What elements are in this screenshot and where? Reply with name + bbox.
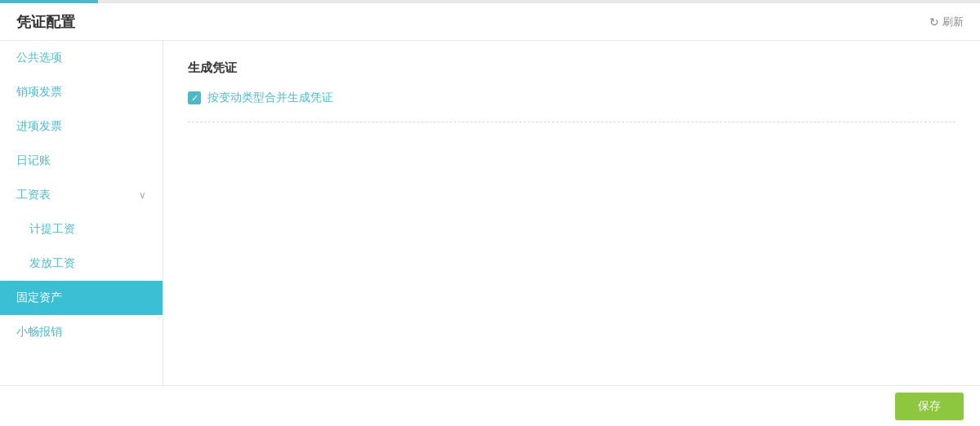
checkbox-row: 按变动类型合并生成凭证 (188, 91, 956, 105)
sidebar-item-label: 小畅报销 (16, 325, 62, 339)
sidebar-item-label: 公共选项 (16, 51, 62, 65)
sidebar-item-label: 固定资产 (16, 291, 62, 305)
sidebar-item-public-options[interactable]: 公共选项 (0, 41, 163, 75)
sidebar-item-label: 进项发票 (16, 119, 62, 134)
sidebar-item-calc-salary[interactable]: 计提工资 (0, 212, 163, 246)
sidebar: 公共选项销项发票进项发票日记账工资表∨计提工资发放工资固定资产小畅报销 (0, 41, 163, 426)
main-content: 生成凭证 按变动类型合并生成凭证 (163, 41, 980, 426)
sidebar-item-label: 发放工资 (29, 256, 75, 271)
save-button[interactable]: 保存 (895, 393, 964, 420)
sidebar-item-purchase-invoice[interactable]: 进项发票 (0, 109, 163, 144)
refresh-label: 刷新 (942, 15, 964, 29)
section-divider (188, 122, 956, 122)
header: 凭证配置 ↻ 刷新 (0, 3, 980, 41)
top-bar-active-indicator (0, 0, 98, 3)
sidebar-item-sales-invoice[interactable]: 销项发票 (0, 75, 163, 109)
sidebar-item-fixed-assets[interactable]: 固定资产 (0, 281, 163, 315)
sidebar-item-expense-claim[interactable]: 小畅报销 (0, 315, 163, 349)
refresh-icon: ↻ (929, 16, 939, 29)
refresh-button[interactable]: ↻ 刷新 (929, 15, 964, 29)
section-title: 生成凭证 (188, 60, 956, 76)
page-title: 凭证配置 (16, 12, 75, 32)
sidebar-item-label: 销项发票 (16, 85, 62, 100)
sidebar-item-payroll-table[interactable]: 工资表∨ (0, 178, 163, 212)
sidebar-item-label: 计提工资 (29, 222, 75, 237)
merge-by-type-checkbox[interactable] (188, 91, 201, 104)
layout: 公共选项销项发票进项发票日记账工资表∨计提工资发放工资固定资产小畅报销 生成凭证… (0, 41, 980, 426)
chevron-down-icon: ∨ (139, 189, 146, 201)
footer: 保存 (0, 385, 980, 426)
top-bar (0, 0, 980, 3)
sidebar-item-label: 日记账 (16, 153, 51, 168)
merge-by-type-label: 按变动类型合并生成凭证 (207, 91, 333, 105)
sidebar-item-journal[interactable]: 日记账 (0, 144, 163, 178)
sidebar-item-pay-salary[interactable]: 发放工资 (0, 246, 163, 281)
sidebar-item-label: 工资表 (16, 188, 51, 202)
